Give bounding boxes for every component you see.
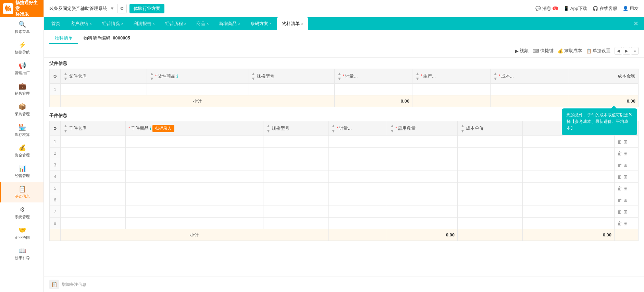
- child-amount-5[interactable]: [522, 183, 614, 194]
- sidebar-item-采购管理[interactable]: 📦 采购管理: [0, 100, 44, 120]
- sidebar-item-销售管理[interactable]: 💼 销售管理: [0, 79, 44, 100]
- copy-icon-1[interactable]: ⊞: [623, 139, 628, 144]
- child-quantity-2[interactable]: [387, 148, 458, 159]
- child-spec-8[interactable]: [263, 218, 329, 229]
- parent-cost-cell[interactable]: [490, 84, 568, 95]
- nav-tab-0[interactable]: 首页: [47, 17, 65, 30]
- close-all-btn[interactable]: ✕: [631, 19, 641, 29]
- nav-tab-close-2[interactable]: ×: [121, 22, 123, 26]
- child-measure-4[interactable]: [328, 171, 387, 183]
- child-quantity-1[interactable]: [387, 136, 458, 148]
- nav-tab-5[interactable]: 商品×: [191, 17, 213, 30]
- online-service-btn[interactable]: 🎧 在线客服: [593, 5, 617, 12]
- child-quantity-8[interactable]: [387, 218, 458, 229]
- child-spec-1[interactable]: [263, 136, 329, 148]
- child-quantity-3[interactable]: [387, 159, 458, 171]
- delete-icon-2[interactable]: 🗑: [617, 151, 622, 156]
- delete-icon-1[interactable]: 🗑: [617, 139, 622, 144]
- page-menu-btn[interactable]: ≡: [631, 47, 639, 55]
- child-measure-5[interactable]: [328, 183, 387, 194]
- nav-tab-2[interactable]: 经营情况×: [97, 17, 128, 30]
- child-quantity-7[interactable]: [387, 206, 458, 218]
- child-spec-2[interactable]: [263, 148, 329, 159]
- child-unit-cost-8[interactable]: [457, 218, 522, 229]
- child-spec-5[interactable]: [263, 183, 329, 194]
- copy-icon-5[interactable]: ⊞: [623, 186, 628, 191]
- child-quantity-6[interactable]: [387, 194, 458, 206]
- user-btn[interactable]: 👤 用友: [623, 5, 639, 12]
- child-warehouse-3[interactable]: [61, 159, 126, 171]
- sidebar-item-企业协同[interactable]: 🤝 企业协同: [0, 223, 44, 244]
- child-unit-cost-6[interactable]: [457, 194, 522, 206]
- child-warehouse-2[interactable]: [61, 148, 126, 159]
- child-unit-cost-1[interactable]: [457, 136, 522, 148]
- child-spec-6[interactable]: [263, 194, 329, 206]
- delete-icon-8[interactable]: 🗑: [617, 221, 622, 226]
- nav-tab-4[interactable]: 经营历程×: [160, 17, 191, 30]
- nav-tab-close-7[interactable]: ×: [270, 22, 272, 26]
- child-warehouse-8[interactable]: [61, 218, 126, 229]
- sidebar-item-快捷导航[interactable]: ⚡ 快捷导航: [0, 38, 44, 58]
- sidebar-item-系统管理[interactable]: ⚙ 系统管理: [0, 202, 44, 223]
- doc-settings-btn[interactable]: 📋 单据设置: [586, 48, 610, 54]
- child-amount-1[interactable]: [522, 136, 614, 148]
- app-download-btn[interactable]: 📱 App下载: [564, 5, 587, 12]
- dropdown-arrow[interactable]: ▼: [110, 6, 114, 11]
- copy-icon-7[interactable]: ⊞: [623, 209, 628, 214]
- nav-tab-6[interactable]: 新增商品×: [214, 17, 245, 30]
- child-product-4[interactable]: [125, 171, 263, 183]
- child-measure-8[interactable]: [328, 218, 387, 229]
- child-warehouse-4[interactable]: [61, 171, 126, 183]
- child-unit-cost-4[interactable]: [457, 171, 522, 183]
- nav-tab-close-6[interactable]: ×: [238, 22, 240, 26]
- child-spec-4[interactable]: [263, 171, 329, 183]
- child-unit-cost-3[interactable]: [457, 159, 522, 171]
- sidebar-item-资金管理[interactable]: 💰 资金管理: [0, 141, 44, 161]
- child-product-5[interactable]: [125, 183, 263, 194]
- child-amount-7[interactable]: [522, 206, 614, 218]
- sidebar-item-新手引导[interactable]: 📖 新手引导: [0, 244, 44, 264]
- child-measure-2[interactable]: [328, 148, 387, 159]
- copy-icon-8[interactable]: ⊞: [623, 221, 628, 226]
- video-btn[interactable]: ▶ 视频: [515, 48, 529, 54]
- child-warehouse-7[interactable]: [61, 206, 126, 218]
- child-amount-6[interactable]: [522, 194, 614, 206]
- scan-input-btn[interactable]: 扫码录入: [152, 125, 174, 132]
- child-measure-1[interactable]: [328, 136, 387, 148]
- child-unit-cost-2[interactable]: [457, 148, 522, 159]
- page-prev-btn[interactable]: ◀: [615, 47, 622, 55]
- parent-col-settings[interactable]: ⚙: [50, 69, 61, 84]
- copy-icon-2[interactable]: ⊞: [623, 151, 628, 156]
- child-amount-2[interactable]: [522, 148, 614, 159]
- copy-icon-3[interactable]: ⊞: [623, 162, 628, 168]
- sidebar-item-搜索菜单[interactable]: 🔍 搜索菜单: [0, 17, 44, 38]
- child-warehouse-6[interactable]: [61, 194, 126, 206]
- parent-product-cell[interactable]: [147, 84, 248, 95]
- delete-icon-3[interactable]: 🗑: [617, 162, 622, 168]
- copy-icon-6[interactable]: ⊞: [623, 197, 628, 203]
- child-spec-7[interactable]: [263, 206, 329, 218]
- experience-btn[interactable]: 体验行业方案: [129, 4, 164, 13]
- child-product-1[interactable]: [125, 136, 263, 148]
- nav-tab-3[interactable]: 利润报告×: [129, 17, 160, 30]
- copy-icon-4[interactable]: ⊞: [623, 174, 628, 179]
- sidebar-item-经营管理[interactable]: 📊 经营管理: [0, 161, 44, 182]
- parent-measure-cell[interactable]: [334, 84, 412, 95]
- child-warehouse-1[interactable]: [61, 136, 126, 148]
- child-spec-3[interactable]: [263, 159, 329, 171]
- child-unit-cost-5[interactable]: [457, 183, 522, 194]
- delete-icon-4[interactable]: 🗑: [617, 174, 622, 179]
- cost-btn[interactable]: 💰 摊取成本: [558, 48, 582, 54]
- page-next-btn[interactable]: ▶: [623, 47, 630, 55]
- child-quantity-4[interactable]: [387, 171, 458, 183]
- nav-tab-close-5[interactable]: ×: [207, 22, 209, 26]
- nav-tab-close-3[interactable]: ×: [153, 22, 155, 26]
- child-measure-6[interactable]: [328, 194, 387, 206]
- settings-button[interactable]: ⚙: [117, 4, 127, 13]
- child-warehouse-5[interactable]: [61, 183, 126, 194]
- tooltip-close-btn[interactable]: ✕: [628, 112, 632, 117]
- delete-icon-7[interactable]: 🗑: [617, 209, 622, 214]
- nav-tab-close-4[interactable]: ×: [184, 22, 186, 26]
- child-quantity-5[interactable]: [387, 183, 458, 194]
- nav-tab-7[interactable]: 条码方案×: [246, 17, 276, 30]
